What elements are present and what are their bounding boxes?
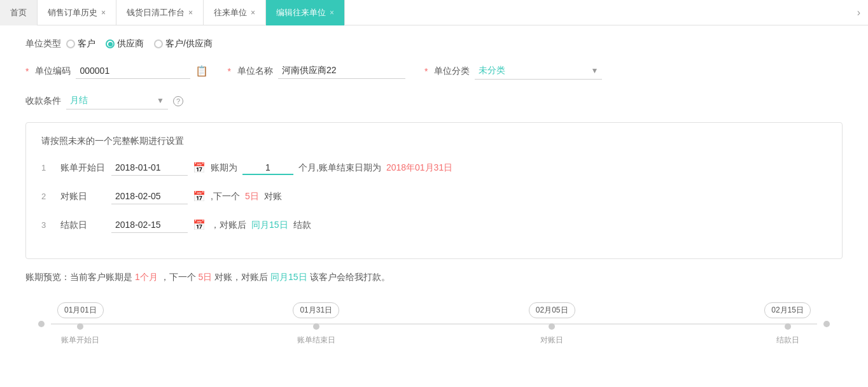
node-label-3: 对账日 bbox=[540, 335, 563, 346]
unit-type-radio-group: 客户 供应商 客户/供应商 bbox=[66, 38, 213, 50]
payment-condition-field: 收款条件 月结 ▼ ? bbox=[25, 92, 183, 109]
unit-info-row: * 单位编码 📋 * 单位名称 * 单位分类 未分类 ▼ bbox=[25, 62, 843, 80]
node-dot-3 bbox=[549, 323, 555, 330]
end-date-highlight: 2018年01月31日 bbox=[386, 162, 452, 174]
tab-partner[interactable]: 往来单位 × bbox=[204, 0, 266, 25]
unit-name-label: 单位名称 bbox=[237, 66, 273, 77]
card-row-1: 1 账单开始日 📅 账期为 个月,账单结束日期为 2018年01月31日 bbox=[41, 160, 827, 176]
unit-code-icon[interactable]: 📋 bbox=[195, 65, 208, 77]
unit-name-input[interactable] bbox=[278, 63, 405, 79]
payment-condition-value: 月结 bbox=[70, 95, 151, 106]
radio-circle-customer bbox=[66, 39, 75, 48]
close-partner[interactable]: × bbox=[251, 8, 255, 17]
start-date-input[interactable] bbox=[111, 160, 188, 176]
row-num-3: 3 bbox=[41, 220, 60, 230]
payment-suffix: 结款 bbox=[293, 220, 311, 231]
reconcile-date-calendar[interactable]: 📅 bbox=[193, 190, 206, 202]
payment-condition-select[interactable]: 月结 ▼ bbox=[66, 92, 168, 109]
radio-supplier[interactable]: 供应商 bbox=[106, 38, 144, 50]
unit-category-arrow: ▼ bbox=[591, 66, 598, 75]
row-label-3: 结款日 bbox=[60, 220, 111, 231]
unit-code-label: 单位编码 bbox=[35, 66, 71, 77]
radio-circle-customer-supplier bbox=[154, 39, 163, 48]
unit-code-input[interactable] bbox=[76, 63, 190, 79]
node-badge-2: 01月31日 bbox=[293, 302, 339, 318]
timeline-items: 01月01日 账单开始日 01月31日 账单结束日 02月05日 对账日 02月… bbox=[38, 302, 830, 346]
radio-customer-supplier[interactable]: 客户/供应商 bbox=[154, 38, 213, 50]
preview-middle: ，下一个 bbox=[160, 272, 196, 282]
period-month-suffix: 个月,账单结束日期为 bbox=[298, 162, 381, 174]
card-row-2: 2 对账日 📅 ,下一个 5日 对账 bbox=[41, 188, 827, 204]
close-edit-partner[interactable]: × bbox=[330, 8, 334, 17]
node-label-2: 账单结束日 bbox=[297, 335, 335, 346]
row-num-2: 2 bbox=[41, 192, 60, 201]
node-dot-1 bbox=[77, 323, 83, 330]
unit-type-field: 单位类型 客户 供应商 客户/供应商 bbox=[25, 38, 213, 50]
main-content: 单位类型 客户 供应商 客户/供应商 * 单位编码 bbox=[0, 25, 868, 387]
reconcile-suffix: 对账 bbox=[264, 191, 282, 202]
node-label-1: 账单开始日 bbox=[61, 335, 99, 346]
node-dot-4 bbox=[785, 323, 791, 330]
tab-bar: 首页 销售订单历史 × 钱货日清工作台 × 往来单位 × 编辑往来单位 × › bbox=[0, 0, 868, 25]
reconcile-date-input[interactable] bbox=[111, 188, 188, 204]
row-label-2: 对账日 bbox=[60, 191, 111, 202]
unit-category-label: 单位分类 bbox=[434, 66, 470, 77]
timeline-node-4: 02月15日 结款日 bbox=[764, 302, 811, 346]
unit-category-field: * 单位分类 未分类 ▼ bbox=[424, 62, 602, 80]
node-label-4: 结款日 bbox=[776, 335, 799, 346]
payment-condition-arrow: ▼ bbox=[157, 96, 164, 105]
timeline-node-3: 02月05日 对账日 bbox=[529, 302, 575, 346]
row-label-1: 账单开始日 bbox=[60, 162, 111, 174]
unit-name-star: * bbox=[227, 66, 230, 76]
payment-condition-row: 收款条件 月结 ▼ ? bbox=[25, 92, 843, 109]
preview-reconcile-suffix: 对账，对账后 bbox=[214, 272, 268, 282]
unit-category-value: 未分类 bbox=[479, 65, 585, 76]
preview-prefix: 账期预览：当前客户账期是 bbox=[25, 272, 132, 282]
close-cash-work[interactable]: × bbox=[188, 8, 193, 17]
row-value-3: 📅 ，对账后 同月15日 结款 bbox=[111, 217, 311, 233]
radio-label-supplier: 供应商 bbox=[117, 38, 144, 50]
unit-category-star: * bbox=[424, 66, 428, 76]
tab-cash-work[interactable]: 钱货日清工作台 × bbox=[116, 0, 204, 25]
payment-condition-label: 收款条件 bbox=[25, 95, 61, 107]
node-badge-1: 01月01日 bbox=[57, 302, 104, 318]
payment-date-input[interactable] bbox=[111, 217, 188, 233]
row-value-1: 📅 账期为 个月,账单结束日期为 2018年01月31日 bbox=[111, 160, 452, 176]
unit-type-row: 单位类型 客户 供应商 客户/供应商 bbox=[25, 38, 843, 50]
radio-customer[interactable]: 客户 bbox=[66, 38, 95, 50]
help-icon[interactable]: ? bbox=[173, 96, 183, 106]
payment-date-calendar[interactable]: 📅 bbox=[193, 219, 206, 231]
preview-suffix: 该客户会给我打款。 bbox=[310, 272, 390, 282]
unit-category-select[interactable]: 未分类 ▼ bbox=[475, 62, 602, 80]
period-value-input[interactable] bbox=[242, 161, 293, 175]
reconcile-day-highlight: 5日 bbox=[245, 191, 259, 202]
node-dot-2 bbox=[313, 323, 319, 330]
row-value-2: 📅 ,下一个 5日 对账 bbox=[111, 188, 282, 204]
tab-edit-partner[interactable]: 编辑往来单位 × bbox=[266, 0, 345, 25]
radio-circle-supplier bbox=[106, 39, 115, 48]
start-date-calendar[interactable]: 📅 bbox=[193, 162, 206, 174]
radio-label-customer-supplier: 客户/供应商 bbox=[165, 38, 213, 50]
payment-day-highlight: 同月15日 bbox=[251, 220, 288, 231]
period-setting-card: 请按照未来的一个完整帐期进行设置 1 账单开始日 📅 账期为 个月,账单结束日期… bbox=[25, 122, 843, 259]
payment-prefix: ，对账后 bbox=[211, 220, 246, 231]
period-label: 账期为 bbox=[211, 162, 237, 174]
timeline-node-2: 01月31日 账单结束日 bbox=[293, 302, 339, 346]
close-sales-history[interactable]: × bbox=[101, 8, 106, 17]
preview-section: 账期预览：当前客户账期是 1个月 ，下一个 5日 对账，对账后 同月15日 该客… bbox=[25, 272, 843, 283]
timeline-node-1: 01月01日 账单开始日 bbox=[57, 302, 104, 346]
node-badge-3: 02月05日 bbox=[529, 302, 575, 318]
tab-sales-history[interactable]: 销售订单历史 × bbox=[38, 0, 116, 25]
unit-type-label: 单位类型 bbox=[25, 38, 61, 50]
row-num-1: 1 bbox=[41, 163, 60, 172]
node-badge-4: 02月15日 bbox=[764, 302, 811, 318]
unit-code-field: * 单位编码 📋 bbox=[25, 63, 208, 79]
reconcile-prefix: ,下一个 bbox=[211, 191, 240, 202]
card-description: 请按照未来的一个完整帐期进行设置 bbox=[41, 136, 827, 147]
timeline: 01月01日 账单开始日 01月31日 账单结束日 02月05日 对账日 02月… bbox=[25, 296, 843, 352]
unit-code-star: * bbox=[25, 66, 29, 76]
preview-period: 1个月 bbox=[135, 272, 158, 282]
preview-pay-day: 同月15日 bbox=[270, 272, 307, 282]
more-tabs-button[interactable]: › bbox=[850, 0, 868, 25]
tab-home[interactable]: 首页 bbox=[0, 0, 38, 25]
